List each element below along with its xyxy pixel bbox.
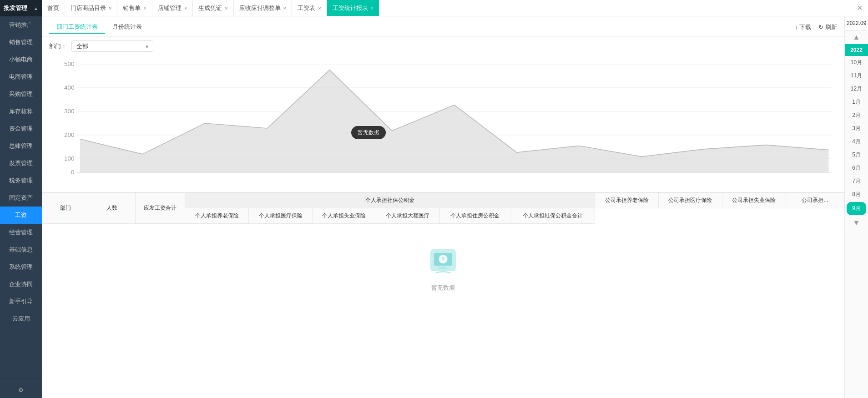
tab-生成凭证[interactable]: 生成凭证× xyxy=(193,0,233,16)
group-header-personal: 个人承担社保公积金 xyxy=(185,193,595,208)
department-filter-label: 部门： xyxy=(49,42,67,50)
sidebar-settings[interactable]: ⚙ xyxy=(0,382,42,398)
tab-close-icon[interactable]: × xyxy=(109,5,111,11)
sidebar-item-基础信息[interactable]: 基础信息 xyxy=(0,241,42,258)
tab-门店商品目录[interactable]: 门店商品目录× xyxy=(65,0,117,16)
tab-label: 门店商品目录 xyxy=(71,4,106,12)
month-item-7月[interactable]: 7月 xyxy=(845,175,868,188)
col-header-公司承担养老保险: 公司承担养老保险 xyxy=(595,193,659,208)
sidebar-item-发票管理[interactable]: 发票管理 xyxy=(0,155,42,172)
content-area: 部门工资统计表月份统计表 ↓ 下载 ↻ 刷新 部门： 全部销售部财务部采购部仓储… xyxy=(42,16,868,398)
tab-label: 店铺管理 xyxy=(158,4,182,12)
tab-close-icon[interactable]: × xyxy=(318,5,321,11)
col-header-人数: 人数 xyxy=(89,193,136,224)
col-header-个人承担失业保险: 个人承担失业保险 xyxy=(313,208,376,224)
month-item-3月[interactable]: 3月 xyxy=(845,122,868,135)
date-items-container: 202210月11月12月1月2月3月4月5月6月7月8月9月 xyxy=(845,44,868,216)
sidebar-title: 批发管理 xyxy=(4,4,27,12)
subtab-月份统计表[interactable]: 月份统计表 xyxy=(105,21,149,34)
chart-svg: 500 400 300 200 100 0 xyxy=(49,59,837,177)
sidebar: 批发管理 ▲ 营销推广销售管理小畅电商电商管理采购管理库存核算资金管理总账管理发… xyxy=(0,0,42,398)
empty-icon: ? xyxy=(425,242,461,278)
month-item-1月[interactable]: 1月 xyxy=(845,96,868,109)
year-label[interactable]: 2022 xyxy=(845,44,868,56)
sidebar-item-电商管理[interactable]: 电商管理 xyxy=(0,68,42,86)
tab-label: 工资统计报表 xyxy=(333,4,368,12)
col-header-个人承担大额医疗: 个人承担大额医疗 xyxy=(376,208,439,224)
tab-close-icon[interactable]: × xyxy=(184,5,187,11)
data-table: 部门人数应发工资合计个人承担社保公积金公司承担养老保险公司承担医疗保险公司承担失… xyxy=(42,192,844,224)
sidebar-item-企业协同[interactable]: 企业协同 xyxy=(0,276,42,293)
tabs-bar: 首页门店商品目录×销售单×店铺管理×生成凭证×应收应付调整单×工资表×工资统计报… xyxy=(42,0,868,16)
sidebar-item-总账管理[interactable]: 总账管理 xyxy=(0,137,42,155)
month-item-11月[interactable]: 11月 xyxy=(845,69,868,82)
settings-icon: ⚙ xyxy=(18,387,24,393)
tabs-container: 首页门店商品目录×销售单×店铺管理×生成凭证×应收应付调整单×工资表×工资统计报… xyxy=(42,0,851,16)
date-nav-down[interactable]: ▼ xyxy=(845,216,868,230)
month-item-9月[interactable]: 9月 xyxy=(847,202,866,215)
sidebar-item-固定资产[interactable]: 固定资产 xyxy=(0,189,42,207)
filter-row: 部门： 全部销售部财务部采购部仓储部 xyxy=(42,37,844,55)
svg-text:100: 100 xyxy=(64,156,75,162)
svg-text:0: 0 xyxy=(71,169,75,176)
tab-close-icon[interactable]: × xyxy=(225,5,227,11)
svg-text:300: 300 xyxy=(64,108,75,115)
sidebar-item-云应用[interactable]: 云应用 xyxy=(0,310,42,327)
department-select-wrapper: 全部销售部财务部采购部仓储部 xyxy=(71,40,153,52)
month-item-12月[interactable]: 12月 xyxy=(845,82,868,96)
month-item-10月[interactable]: 10月 xyxy=(845,56,868,69)
tab-首页[interactable]: 首页 xyxy=(42,0,65,16)
tab-应收应付调整单[interactable]: 应收应付调整单× xyxy=(234,0,292,16)
month-item-2月[interactable]: 2月 xyxy=(845,109,868,122)
sidebar-item-工资[interactable]: 工资 xyxy=(0,207,42,224)
sidebar-item-小畅电商[interactable]: 小畅电商 xyxy=(0,51,42,68)
svg-rect-17 xyxy=(439,267,447,269)
sidebar-item-经营管理[interactable]: 经营管理 xyxy=(0,224,42,241)
sidebar-item-新手引导[interactable]: 新手引导 xyxy=(0,293,42,310)
toolbar: 部门工资统计表月份统计表 ↓ 下载 ↻ 刷新 xyxy=(42,16,844,37)
subtabs: 部门工资统计表月份统计表 xyxy=(49,21,149,34)
content-main: 部门工资统计表月份统计表 ↓ 下载 ↻ 刷新 部门： 全部销售部财务部采购部仓储… xyxy=(42,16,844,398)
sidebar-item-库存核算[interactable]: 库存核算 xyxy=(0,103,42,120)
department-select[interactable]: 全部销售部财务部采购部仓储部 xyxy=(71,40,153,52)
sidebar-item-税务管理[interactable]: 税务管理 xyxy=(0,172,42,189)
sidebar-item-资金管理[interactable]: 资金管理 xyxy=(0,120,42,137)
main-area: 首页门店商品目录×销售单×店铺管理×生成凭证×应收应付调整单×工资表×工资统计报… xyxy=(42,0,868,398)
month-item-8月[interactable]: 8月 xyxy=(845,188,868,201)
date-panel-current: 2022.09 xyxy=(845,16,868,30)
date-panel: 2022.09 ▲ 202210月11月12月1月2月3月4月5月6月7月8月9… xyxy=(844,16,868,398)
refresh-button[interactable]: ↻ 刷新 xyxy=(818,23,837,31)
sidebar-items-container: 营销推广销售管理小畅电商电商管理采购管理库存核算资金管理总账管理发票管理税务管理… xyxy=(0,16,42,327)
sidebar-header[interactable]: 批发管理 ▲ xyxy=(0,0,42,16)
subtab-部门工资统计表[interactable]: 部门工资统计表 xyxy=(49,21,105,34)
tab-label: 销售单 xyxy=(123,4,141,12)
tab-工资统计报表[interactable]: 工资统计报表× xyxy=(327,0,379,16)
col-header-个人承担社保公积金合计: 个人承担社保公积金合计 xyxy=(510,208,595,224)
tab-label: 生成凭证 xyxy=(198,4,222,12)
sidebar-item-营销推广[interactable]: 营销推广 xyxy=(0,16,42,34)
sidebar-item-采购管理[interactable]: 采购管理 xyxy=(0,86,42,103)
month-item-4月[interactable]: 4月 xyxy=(845,135,868,148)
svg-marker-12 xyxy=(80,70,828,173)
tab-销售单[interactable]: 销售单× xyxy=(117,0,152,16)
close-all-tabs-button[interactable]: ✕ xyxy=(851,4,868,12)
empty-text: 暂无数据 xyxy=(431,284,455,292)
date-nav-up[interactable]: ▲ xyxy=(845,30,868,44)
col-header-公司承担...: 公司承担... xyxy=(786,193,844,208)
download-button[interactable]: ↓ 下载 xyxy=(795,23,811,31)
tab-工资表[interactable]: 工资表× xyxy=(292,0,327,16)
table-container[interactable]: 部门人数应发工资合计个人承担社保公积金公司承担养老保险公司承担医疗保险公司承担失… xyxy=(42,192,844,398)
tab-close-icon[interactable]: × xyxy=(283,5,286,11)
col-header-个人承担医疗保险: 个人承担医疗保险 xyxy=(249,208,313,224)
svg-text:200: 200 xyxy=(64,132,75,138)
month-item-6月[interactable]: 6月 xyxy=(845,161,868,175)
tab-label: 工资表 xyxy=(298,4,315,12)
col-header-公司承担医疗保险: 公司承担医疗保险 xyxy=(658,193,722,208)
sidebar-item-系统管理[interactable]: 系统管理 xyxy=(0,258,42,276)
tab-close-icon[interactable]: × xyxy=(143,5,146,11)
sidebar-item-销售管理[interactable]: 销售管理 xyxy=(0,34,42,51)
month-item-5月[interactable]: 5月 xyxy=(845,148,868,161)
tab-店铺管理[interactable]: 店铺管理× xyxy=(152,0,193,16)
tab-close-icon[interactable]: × xyxy=(371,5,373,11)
svg-text:?: ? xyxy=(442,257,445,262)
